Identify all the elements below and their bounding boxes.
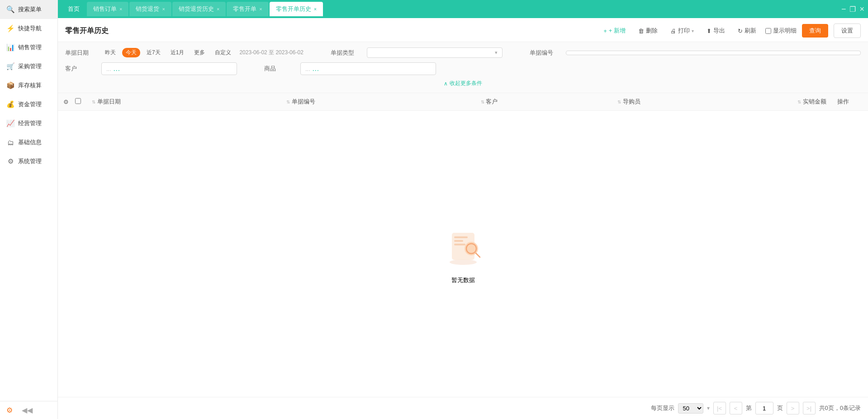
display-detail-label: 显示明细 [773, 27, 797, 35]
date-yesterday[interactable]: 昨天 [101, 48, 119, 57]
sidebar-item-label: 基础信息 [18, 138, 42, 146]
sidebar-item-label: 采购管理 [18, 62, 42, 71]
data-table: ⚙ ⇅ 单据日期 ⇅ 单据编号 ⇅ [58, 93, 868, 111]
tab-sales-order-label: 销售订单 [93, 5, 117, 13]
tab-sales-return[interactable]: 销货退货 × [129, 2, 171, 16]
tab-retail-history-label: 零售开单历史 [276, 5, 311, 13]
sidebar-item-label: 资金管理 [18, 100, 42, 108]
page-last-button[interactable]: >| [803, 402, 816, 414]
pagination-chevron-icon: ▾ [707, 405, 710, 411]
finance-icon: 💰 [6, 100, 14, 108]
date-today[interactable]: 今天 [122, 48, 140, 57]
refresh-icon: ↻ [738, 28, 743, 34]
page-next-button[interactable]: > [787, 402, 799, 414]
page-prev-button[interactable]: < [730, 402, 742, 414]
window-restore-button[interactable]: ❐ [849, 5, 856, 14]
sidebar-item-quick-nav[interactable]: ⚡ 快捷导航 [0, 19, 57, 38]
query-button[interactable]: 查询 [802, 24, 828, 38]
sidebar-bottom: ⚙ ◀◀ [0, 401, 57, 419]
select-all-checkbox[interactable] [75, 98, 81, 104]
quick-nav-icon: ⚡ [6, 24, 14, 33]
tab-retail-history[interactable]: 零售开单历史 × [270, 2, 323, 16]
date-label: 单据日期 [65, 49, 92, 57]
empty-illustration [441, 224, 486, 269]
table-header-operation: 操作 [832, 93, 868, 111]
add-button[interactable]: + + 新增 [600, 25, 629, 37]
col-customer-sort-icon[interactable]: ⇅ [481, 99, 484, 104]
sidebar-item-system-mgmt[interactable]: ⚙ 系统管理 [0, 152, 57, 171]
export-button[interactable]: ⬆ 导出 [703, 25, 729, 37]
system-icon: ⚙ [6, 157, 14, 165]
tab-sales-return-history-close[interactable]: × [217, 6, 219, 12]
date-custom[interactable]: 自定义 [211, 48, 235, 57]
col-guide-sort-icon[interactable]: ⇅ [617, 99, 621, 104]
sidebar-item-label: 经营管理 [18, 119, 42, 127]
goods-ellipsis-icon[interactable]: … [312, 65, 319, 73]
filter-row-date: 单据日期 昨天 今天 近7天 近1月 更多 自定义 2023-06-02 至 2… [65, 47, 861, 58]
customer-input[interactable]: ... … [101, 62, 237, 75]
refresh-label: 刷新 [745, 27, 756, 35]
window-minimize-button[interactable]: − [841, 5, 846, 14]
settings-icon[interactable]: ⚙ [6, 406, 13, 414]
collapse-up-icon: ∧ [444, 80, 448, 87]
per-page-select[interactable]: 50 100 200 [678, 403, 703, 414]
sidebar-item-operations[interactable]: 📈 经营管理 [0, 114, 57, 133]
customer-placeholder: ... [106, 66, 111, 72]
collapse-icon[interactable]: ◀◀ [22, 406, 33, 414]
page-first-button[interactable]: |< [713, 402, 726, 414]
refresh-button[interactable]: ↻ 刷新 [734, 25, 760, 37]
print-button[interactable]: 🖨 打印 ▾ [667, 25, 697, 37]
sidebar-item-sales-mgmt[interactable]: 📊 销售管理 [0, 38, 57, 57]
page-title: 零售开单历史 [65, 26, 109, 36]
sidebar-item-finance[interactable]: 💰 资金管理 [0, 95, 57, 114]
table-header-row: ⚙ ⇅ 单据日期 ⇅ 单据编号 ⇅ [58, 93, 868, 111]
svg-rect-4 [454, 244, 465, 245]
doc-no-input[interactable] [566, 51, 861, 55]
table-header-no: ⇅ 单据编号 [281, 93, 475, 111]
tab-retail-history-close[interactable]: × [314, 6, 317, 12]
sidebar-item-label: 库存核算 [18, 81, 42, 89]
delete-button[interactable]: 🗑 删除 [635, 25, 661, 37]
operations-icon: 📈 [6, 119, 14, 127]
goods-input[interactable]: ... … [300, 62, 436, 75]
doc-type-select[interactable]: ▾ [367, 47, 503, 58]
search-icon: 🔍 [6, 5, 14, 14]
tab-home[interactable]: 首页 [62, 2, 86, 16]
sidebar-item-base-info[interactable]: 🗂 基础信息 [0, 133, 57, 152]
tab-sales-return-history[interactable]: 销货退货历史 × [172, 2, 226, 16]
page-number-input[interactable] [755, 402, 773, 414]
add-label: + 新增 [609, 27, 626, 35]
print-label: 打印 [678, 27, 690, 35]
tab-retail-open[interactable]: 零售开单 × [227, 2, 268, 16]
collapse-bar[interactable]: ∧ 收起更多条件 [65, 80, 861, 87]
tab-sales-order[interactable]: 销售订单 × [87, 2, 128, 16]
sidebar-search[interactable]: 🔍 搜索菜单 [0, 0, 57, 19]
col-date-sort-icon[interactable]: ⇅ [92, 99, 95, 104]
tab-sales-return-close[interactable]: × [162, 6, 165, 12]
goods-placeholder: ... [305, 66, 310, 72]
page-label: 第 [746, 404, 752, 412]
col-amount-sort-icon[interactable]: ⇅ [797, 99, 801, 104]
svg-rect-2 [454, 236, 468, 238]
inventory-icon: 📦 [6, 81, 14, 89]
date-buttons: 昨天 今天 近7天 近1月 更多 自定义 2023-06-02 至 2023-0… [101, 48, 304, 57]
date-1month[interactable]: 近1月 [167, 48, 188, 57]
tab-home-label: 首页 [68, 5, 80, 13]
tab-sales-order-close[interactable]: × [119, 6, 122, 12]
sales-icon: 📊 [6, 43, 14, 52]
tab-retail-open-close[interactable]: × [259, 6, 262, 12]
display-detail-checkbox[interactable] [765, 28, 771, 34]
sidebar-item-purchase-mgmt[interactable]: 🛒 采购管理 [0, 57, 57, 76]
date-more[interactable]: 更多 [190, 48, 209, 57]
table-header-customer: ⇅ 客户 [475, 93, 612, 111]
window-close-button[interactable]: × [859, 5, 864, 14]
settings-button[interactable]: 设置 [834, 24, 861, 38]
tab-sales-return-history-label: 销货退货历史 [179, 5, 214, 13]
sidebar-item-inventory[interactable]: 📦 库存核算 [0, 76, 57, 95]
col-no-sort-icon[interactable]: ⇅ [286, 99, 290, 104]
date-7days[interactable]: 近7天 [143, 48, 164, 57]
pagination: 每页显示 50 100 200 ▾ |< < 第 页 > >| 共0页，0条记录 [58, 397, 868, 419]
table-setting-icon[interactable]: ⚙ [63, 99, 69, 105]
display-detail-button[interactable]: 显示明细 [765, 27, 797, 35]
customer-ellipsis-icon[interactable]: … [113, 65, 120, 73]
